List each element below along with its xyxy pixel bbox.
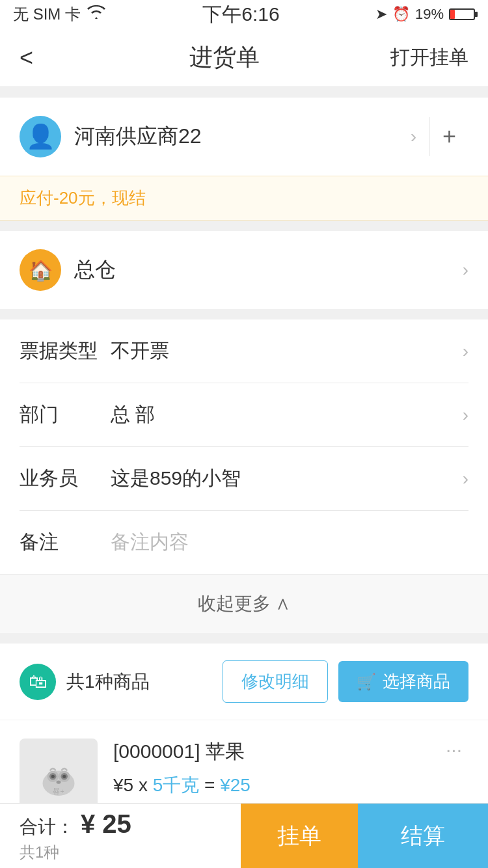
- warehouse-section: 🏠 总仓 ›: [0, 231, 488, 309]
- supplier-row[interactable]: 👤 河南供应商22 › +: [0, 98, 488, 176]
- dept-label: 部门: [20, 401, 111, 428]
- supplier-notice: 应付-20元，现结: [0, 176, 488, 221]
- select-icon: 🛒: [357, 673, 376, 691]
- warehouse-chevron-icon: ›: [463, 260, 468, 280]
- bag-icon: 🛍: [29, 671, 47, 692]
- sales-row[interactable]: 业务员 这是859的小智 ›: [0, 447, 488, 510]
- dept-value: 总 部: [111, 401, 463, 428]
- warehouse-row[interactable]: 🏠 总仓 ›: [0, 231, 488, 309]
- nav-bar: < 进货单 打开挂单: [0, 29, 488, 87]
- location-icon: ➤: [375, 6, 387, 23]
- supplier-chevron-icon: ›: [411, 126, 416, 147]
- products-header: 🛍 共1种商品 修改明细 🛒 选择商品: [0, 644, 488, 720]
- open-pending-button[interactable]: 打开挂单: [390, 44, 468, 71]
- home-icon: 🏠: [29, 259, 53, 282]
- svg-point-6: [62, 775, 66, 778]
- alarm-icon: ⏰: [392, 6, 410, 23]
- remark-label: 备注: [20, 529, 111, 556]
- add-supplier-button[interactable]: +: [429, 117, 468, 156]
- products-count: 共1种商品: [66, 670, 223, 694]
- status-time: 下午6:16: [202, 1, 279, 28]
- products-icon: 🛍: [20, 664, 56, 700]
- footer-total: 合计： ¥ 25 共1种: [0, 804, 241, 868]
- status-right: ➤ ⏰ 19%: [375, 6, 475, 23]
- footer: 合计： ¥ 25 共1种 挂单 结算: [0, 803, 488, 868]
- supplier-avatar: 👤: [20, 116, 61, 157]
- person-icon: 👤: [26, 123, 55, 150]
- divider-4: [0, 633, 488, 644]
- product-info: [0000001] 苹果 ¥5 x 5千克 = ¥25: [113, 739, 439, 798]
- modify-detail-button[interactable]: 修改明细: [223, 660, 328, 703]
- page-title: 进货单: [189, 42, 260, 74]
- supplier-name: 河南供应商22: [74, 122, 411, 151]
- supplier-section: 👤 河南供应商22 › + 应付-20元，现结: [0, 98, 488, 221]
- dept-row[interactable]: 部门 总 部 ›: [0, 383, 488, 446]
- product-name: [0000001] 苹果: [113, 739, 439, 765]
- back-button[interactable]: <: [20, 44, 59, 72]
- divider-3: [0, 309, 488, 319]
- select-product-button[interactable]: 🛒 选择商品: [338, 661, 468, 702]
- svg-text:晷+: 晷+: [53, 787, 64, 795]
- battery-percent: 19%: [415, 6, 444, 23]
- checkout-button[interactable]: 结算: [358, 804, 488, 868]
- wifi-icon: [86, 5, 107, 23]
- status-bar: 无 SIM 卡 下午6:16 ➤ ⏰ 19%: [0, 0, 488, 29]
- pending-button[interactable]: 挂单: [241, 804, 358, 868]
- collapse-toggle-button[interactable]: 收起更多 ∧: [0, 574, 488, 633]
- remark-row[interactable]: 备注 备注内容: [0, 511, 488, 574]
- warehouse-icon: 🏠: [20, 249, 61, 291]
- total-amount: ¥ 25: [81, 809, 131, 839]
- total-count: 共1种: [20, 842, 221, 863]
- product-name-text: 苹果: [206, 740, 245, 762]
- plus-icon: +: [442, 123, 456, 150]
- invoice-chevron-icon: ›: [463, 341, 468, 362]
- battery-indicator: [449, 8, 475, 20]
- invoice-row[interactable]: 票据类型 不开票 ›: [0, 319, 488, 383]
- form-section: 票据类型 不开票 › 部门 总 部 › 业务员 这是859的小智 › 备注 备注…: [0, 319, 488, 574]
- invoice-value: 不开票: [111, 338, 463, 364]
- dept-chevron-icon: ›: [463, 405, 468, 426]
- divider-2: [0, 221, 488, 231]
- sales-chevron-icon: ›: [463, 468, 468, 489]
- remark-value: 备注内容: [111, 529, 468, 556]
- product-price: ¥5 x 5千克 = ¥25: [113, 773, 439, 798]
- divider-1: [0, 87, 488, 98]
- sales-value: 这是859的小智: [111, 465, 463, 492]
- total-label: 合计：: [20, 815, 74, 839]
- svg-point-5: [51, 775, 55, 778]
- sales-label: 业务员: [20, 465, 111, 492]
- invoice-label: 票据类型: [20, 338, 111, 364]
- status-carrier: 无 SIM 卡: [13, 4, 107, 25]
- product-more-button[interactable]: ···: [439, 739, 468, 761]
- svg-point-7: [57, 780, 61, 783]
- total-line: 合计： ¥ 25: [20, 809, 221, 839]
- owl-icon: 晷+: [36, 755, 81, 800]
- warehouse-name: 总仓: [74, 256, 463, 284]
